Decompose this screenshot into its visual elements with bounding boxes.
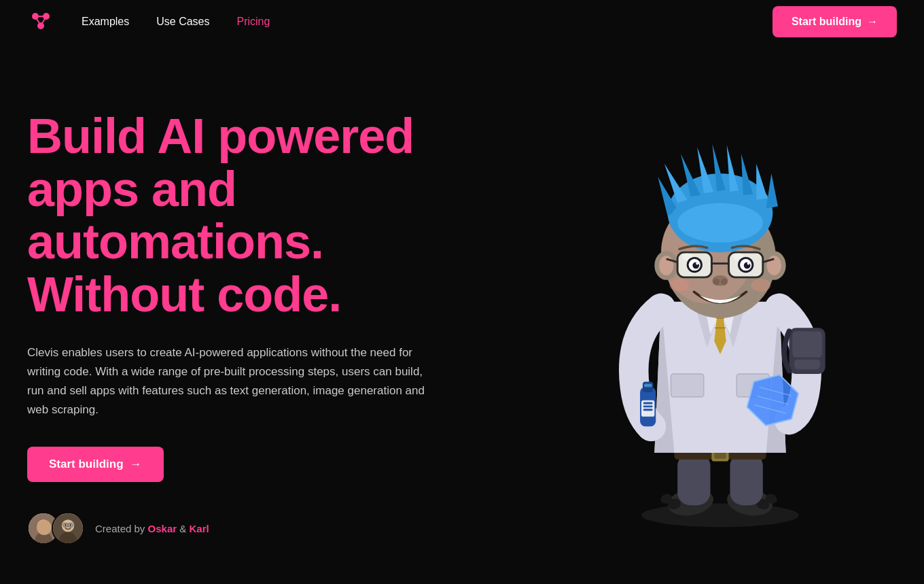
svg-point-65 xyxy=(677,203,763,242)
hero-cta-label: Start building xyxy=(49,458,124,471)
hero-mascot-area xyxy=(544,124,897,532)
svg-point-16 xyxy=(69,524,71,526)
nav-cta-button[interactable]: Start building → xyxy=(772,6,897,37)
svg-point-89 xyxy=(751,278,770,291)
hero-cta-button[interactable]: Start building → xyxy=(27,447,164,482)
svg-line-4 xyxy=(37,19,39,23)
svg-point-88 xyxy=(670,278,690,291)
svg-rect-49 xyxy=(792,331,822,358)
nav-left: Examples Use Cases Pricing xyxy=(27,8,270,35)
svg-point-20 xyxy=(641,503,799,527)
creator-text: Created by Oskar & Karl xyxy=(95,523,209,534)
hero-content: Build AI powered apps and automations. W… xyxy=(27,110,435,545)
svg-point-84 xyxy=(747,262,750,264)
svg-point-1 xyxy=(43,13,50,20)
mascot-container xyxy=(557,137,883,532)
svg-point-11 xyxy=(45,524,47,526)
svg-rect-28 xyxy=(730,453,763,505)
svg-rect-43 xyxy=(644,383,652,387)
logo-icon xyxy=(27,8,54,35)
svg-marker-61 xyxy=(741,154,753,195)
avatars xyxy=(27,512,84,545)
navbar: Examples Use Cases Pricing Start buildin… xyxy=(0,0,924,44)
creator-oskar-link[interactable]: Oskar xyxy=(148,523,177,534)
svg-marker-62 xyxy=(756,163,767,199)
creator-prefix: Created by xyxy=(95,523,145,534)
creator-row: Created by Oskar & Karl xyxy=(27,512,435,545)
svg-line-5 xyxy=(42,19,45,23)
svg-point-87 xyxy=(721,278,728,285)
avatar-karl xyxy=(52,512,84,545)
hero-title: Build AI powered apps and automations. W… xyxy=(27,110,435,322)
nav-link-examples[interactable]: Examples xyxy=(82,16,129,28)
creator-karl-link[interactable]: Karl xyxy=(189,523,209,534)
nav-cta-arrow: → xyxy=(867,16,878,28)
logo[interactable] xyxy=(27,8,54,35)
svg-point-67 xyxy=(659,256,673,275)
svg-rect-45 xyxy=(643,402,653,404)
svg-point-2 xyxy=(37,22,44,29)
svg-point-15 xyxy=(65,524,67,526)
svg-rect-50 xyxy=(794,359,820,369)
svg-point-69 xyxy=(767,256,781,275)
svg-point-9 xyxy=(37,519,50,532)
nav-cta-label: Start building xyxy=(792,16,861,28)
svg-rect-34 xyxy=(671,374,704,397)
svg-rect-27 xyxy=(677,453,710,505)
svg-point-83 xyxy=(696,262,698,264)
creator-separator: & xyxy=(179,523,189,534)
svg-rect-46 xyxy=(643,405,653,407)
hero-section: Build AI powered apps and automations. W… xyxy=(0,44,924,584)
hero-description: Clevis enables users to create AI-powere… xyxy=(27,343,435,419)
svg-point-7 xyxy=(37,519,50,532)
svg-point-10 xyxy=(40,524,42,526)
svg-point-86 xyxy=(713,278,719,285)
nav-link-use-cases[interactable]: Use Cases xyxy=(156,16,209,28)
hero-cta-arrow: → xyxy=(130,458,142,471)
svg-point-0 xyxy=(32,13,39,20)
svg-marker-63 xyxy=(766,173,778,208)
mascot-svg xyxy=(557,137,883,532)
svg-rect-47 xyxy=(643,409,653,411)
nav-link-pricing[interactable]: Pricing xyxy=(237,16,270,28)
